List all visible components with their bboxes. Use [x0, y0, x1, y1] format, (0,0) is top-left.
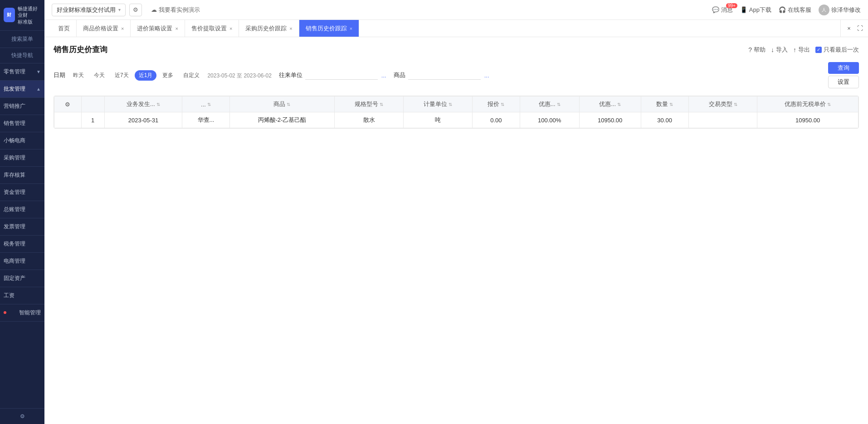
sidebar-item-fixed-assets[interactable]: 固定资产	[0, 270, 44, 287]
online-service-button[interactable]: 🎧 在线客服	[779, 6, 811, 14]
sidebar-item-purchase[interactable]: 采购管理	[0, 149, 44, 167]
col-pretax-price[interactable]: 优惠前无税单价 ⇅	[757, 96, 858, 112]
sidebar-item-tax[interactable]: 税务管理	[0, 236, 44, 253]
col-transaction-type[interactable]: 交易类型 ⇅	[688, 96, 757, 112]
topbar-right: 💬 消息 99+ 📱 App下载 🎧 在线客服 人 徐泽华修改	[712, 5, 861, 15]
headset-icon: 🎧	[779, 6, 786, 13]
col-product-label: 商品	[273, 100, 285, 108]
date-filter-group: 日期 昨天 今天 近7天 近1月 更多 自定义 2023-05-02 至 202…	[54, 70, 272, 81]
sidebar-item-ecommerce[interactable]: 电商管理	[0, 253, 44, 270]
table-row: 1 2023-05-31 华查... 丙烯酸-2-乙基己酯 散水 吨 0.00 …	[54, 112, 858, 128]
window-controls: × ⛶	[840, 20, 868, 37]
col-discount2[interactable]: 优惠... ⇅	[579, 96, 641, 112]
from-unit-label: 往来单位	[279, 71, 302, 79]
col-extra1[interactable]: ... ⇅	[182, 96, 230, 112]
tab-purchase-history-close[interactable]: ×	[289, 26, 292, 31]
import-button[interactable]: ↓ 导入	[771, 46, 788, 54]
tab-purchase-strategy[interactable]: 进价策略设置 ×	[131, 20, 185, 37]
col-spec[interactable]: 规格型号 ⇅	[335, 96, 404, 112]
maximize-window-button[interactable]: ⛶	[855, 24, 864, 33]
product-filter: 商品 ...	[394, 71, 489, 80]
sidebar-item-retail[interactable]: 零售管理 ▼	[0, 63, 44, 81]
tab-sales-history-close[interactable]: ×	[350, 26, 352, 31]
from-unit-dots[interactable]: ...	[381, 72, 386, 79]
cell-price: 0.00	[472, 112, 520, 128]
date-btn-yesterday[interactable]: 昨天	[69, 70, 88, 81]
message-button[interactable]: 💬 消息 99+	[712, 6, 733, 14]
from-unit-filter: 往来单位 ...	[279, 71, 386, 80]
sidebar-item-ecommerce-label: 电商管理	[4, 257, 25, 265]
sidebar-item-smart-mgmt[interactable]: 智能管理	[0, 304, 44, 322]
tab-sale-extract-close[interactable]: ×	[229, 26, 232, 31]
cell-gear[interactable]	[54, 112, 82, 128]
main-area: 好业财标准版交付试用 ▾ ⚙ ☁ 我要看实例演示 💬 消息 99+ 📱 App下…	[44, 0, 868, 424]
col-unit-label: 计量单位	[424, 100, 447, 108]
filter-settings-button[interactable]: 设置	[828, 76, 859, 88]
sidebar-item-smart-mgmt-label: 智能管理	[19, 309, 41, 317]
col-discount1[interactable]: 优惠... ⇅	[520, 96, 579, 112]
sidebar-item-fixed-assets-label: 固定资产	[4, 275, 25, 282]
col-price[interactable]: 报价 ⇅	[472, 96, 520, 112]
sidebar-item-salary[interactable]: 工资	[0, 287, 44, 304]
sidebar-item-inventory[interactable]: 库存核算	[0, 167, 44, 184]
product-input[interactable]	[408, 71, 481, 80]
tab-sale-extract-label: 售价提取设置	[191, 24, 227, 33]
gear-col-icon: ⚙	[65, 101, 70, 108]
col-unit[interactable]: 计量单位 ⇅	[404, 96, 473, 112]
tab-price-close[interactable]: ×	[121, 26, 124, 31]
sort-icon-spec: ⇅	[380, 102, 383, 107]
sidebar-item-capital[interactable]: 资金管理	[0, 184, 44, 201]
product-label: 商品	[394, 71, 405, 79]
product-dots[interactable]: ...	[484, 72, 489, 79]
date-range-display: 2023-05-02 至 2023-06-02	[207, 72, 271, 80]
tab-sales-history[interactable]: 销售历史价跟踪 ×	[299, 20, 359, 37]
date-btn-7days[interactable]: 近7天	[111, 70, 133, 81]
sidebar-item-marketing[interactable]: 营销推广	[0, 98, 44, 115]
col-business-date-label: 业务发生...	[127, 100, 155, 108]
tab-sale-extract[interactable]: 售价提取设置 ×	[185, 20, 239, 37]
date-btn-today[interactable]: 今天	[90, 70, 109, 81]
version-selector[interactable]: 好业财标准版交付试用 ▾	[52, 4, 126, 16]
chevron-down-icon: ▾	[118, 7, 121, 12]
tab-purchase-strategy-close[interactable]: ×	[175, 26, 178, 31]
col-transaction-type-label: 交易类型	[709, 100, 732, 108]
sidebar-item-wholesale-label: 批发管理	[4, 85, 25, 93]
col-product[interactable]: 商品 ⇅	[229, 96, 334, 112]
query-button[interactable]: 查询	[828, 62, 859, 74]
only-last-checkbox[interactable]: ✓ 只看最后一次	[815, 46, 859, 54]
import-icon: ↓	[771, 46, 774, 53]
tab-purchase-history[interactable]: 采购历史价跟踪 ×	[239, 20, 299, 37]
sidebar-settings-button[interactable]: ⚙	[0, 408, 44, 424]
sidebar-item-capital-label: 资金管理	[4, 188, 25, 196]
col-discount1-label: 优惠...	[539, 100, 556, 108]
sidebar-item-sales[interactable]: 销售管理	[0, 115, 44, 132]
tab-home[interactable]: 首页	[52, 20, 77, 37]
app-download-button[interactable]: 📱 App下载	[740, 6, 771, 14]
cell-discount2: 10950.00	[579, 112, 641, 128]
sidebar-item-general-ledger[interactable]: 总账管理	[0, 201, 44, 218]
tab-price[interactable]: 商品价格设置 ×	[77, 20, 131, 37]
date-btn-more[interactable]: 更多	[158, 70, 177, 81]
sidebar-item-invoice[interactable]: 发票管理	[0, 218, 44, 236]
col-gear[interactable]: ⚙	[54, 96, 82, 112]
col-quantity[interactable]: 数量 ⇅	[641, 96, 688, 112]
help-button[interactable]: ? 帮助	[748, 46, 766, 54]
sort-icon-extra1: ⇅	[207, 102, 211, 107]
sidebar-item-ecommerce-small[interactable]: 小畅电商	[0, 132, 44, 149]
topbar-gear-button[interactable]: ⚙	[129, 4, 142, 16]
topbar-left: 好业财标准版交付试用 ▾ ⚙ ☁ 我要看实例演示	[52, 4, 200, 16]
sidebar-item-wholesale[interactable]: 批发管理 ▲	[0, 81, 44, 98]
cell-product: 丙烯酸-2-乙基己酯	[229, 112, 334, 128]
from-unit-input[interactable]	[305, 71, 378, 80]
sidebar-quick-nav[interactable]: 快捷导航	[0, 48, 44, 63]
close-window-button[interactable]: ×	[844, 24, 853, 33]
date-btn-1month[interactable]: 近1月	[135, 70, 157, 81]
sidebar-search-menu[interactable]: 搜索菜单	[0, 31, 44, 48]
export-button[interactable]: ↑ 导出	[793, 46, 810, 54]
user-menu[interactable]: 人 徐泽华修改	[819, 5, 861, 15]
date-btn-custom[interactable]: 自定义	[179, 70, 204, 81]
logo-icon: 财	[4, 8, 15, 22]
col-business-date[interactable]: 业务发生... ⇅	[104, 96, 182, 112]
sidebar-item-retail-arrow: ▼	[36, 69, 41, 74]
demo-button[interactable]: ☁ 我要看实例演示	[151, 6, 200, 14]
